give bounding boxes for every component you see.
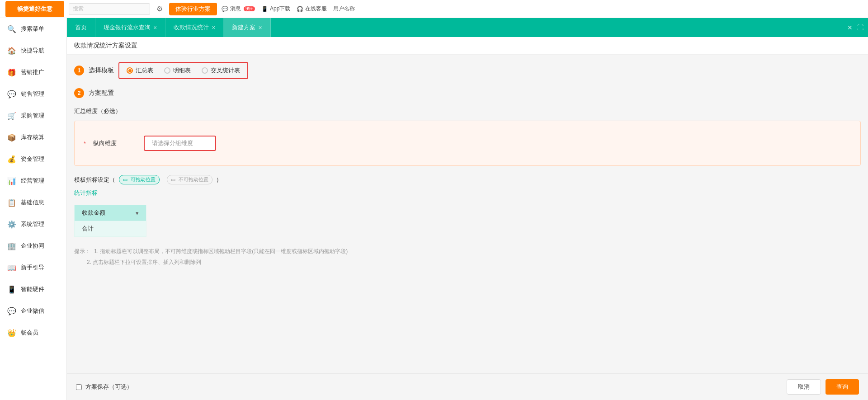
footer-buttons: 取消 查询 <box>787 379 859 395</box>
main-layout: 🔍 搜索菜单 🏠 快捷导航 🎁 营销推广 💬 销售管理 🛒 采购管理 📦 库存核… <box>0 18 868 400</box>
sidebar-item-label: 系统管理 <box>21 220 44 228</box>
radio-detail-label: 明细表 <box>173 66 191 75</box>
finance-icon: 💰 <box>7 155 16 164</box>
sales-icon: 💬 <box>7 89 16 99</box>
sidebar-item-label: 采购管理 <box>21 112 44 120</box>
sidebar-item-label: 搜索菜单 <box>21 25 44 33</box>
tab-new-plan-close[interactable]: × <box>258 24 262 31</box>
sidebar-item-wechat[interactable]: 💬 企业微信 <box>0 300 66 322</box>
page-content: 收款情况统计方案设置 1 选择模板 汇总表 <box>67 37 868 373</box>
tab-collection-stats[interactable]: 收款情况统计 × <box>165 18 224 37</box>
hardware-icon: 📱 <box>7 285 16 294</box>
save-checkbox-input[interactable] <box>76 384 82 390</box>
tip-text-1: 1. 拖动标题栏可以调整布局，不可跨维度或指标区域拖动栏目字段(只能在同一维度或… <box>94 246 348 257</box>
tab-bar: 首页 现金银行流水查询 × 收款情况统计 × 新建方案 × ✕ ⛶ <box>67 18 868 37</box>
tab-bank-flow[interactable]: 现金银行流水查询 × <box>95 18 165 37</box>
sidebar-item-inventory[interactable]: 📦 库存核算 <box>0 127 66 148</box>
tab-home[interactable]: 首页 <box>67 18 95 37</box>
radio-cross-label: 交叉统计表 <box>211 66 240 75</box>
config-section: 汇总维度（必选） * 纵向维度 —— 请选择分组维度 <box>74 107 861 268</box>
cancel-button[interactable]: 取消 <box>787 379 821 395</box>
tab-close-btn[interactable]: ✕ <box>847 24 853 31</box>
wechat-icon: 💬 <box>7 306 16 315</box>
step2-number: 2 <box>74 88 84 98</box>
sidebar-item-label: 基础信息 <box>21 198 44 207</box>
dimension-row: * 纵向维度 —— 请选择分组维度 <box>84 136 216 151</box>
sidebar-item-hardware[interactable]: 📱 智能硬件 <box>0 278 66 300</box>
service-icon: 🎧 <box>297 6 303 12</box>
download-item[interactable]: 📱 App下载 <box>261 5 290 13</box>
search-menu-icon: 🔍 <box>7 24 16 33</box>
step2-section: 2 方案配置 汇总维度（必选） * 纵向维度 —— <box>74 88 861 268</box>
footer: 方案保存（可选） 取消 查询 <box>67 373 868 400</box>
operations-icon: 📊 <box>7 176 16 185</box>
dimension-select[interactable]: 请选择分组维度 <box>144 136 216 151</box>
search-box[interactable]: 搜索 <box>69 3 150 15</box>
dimension-area: * 纵向维度 —— 请选择分组维度 <box>74 121 861 166</box>
stat-table-header[interactable]: 收款金额 ▾ <box>75 205 146 221</box>
download-icon: 📱 <box>261 6 268 12</box>
base-info-icon: 📋 <box>7 198 16 207</box>
non-draggable-badge: ▭ 不可拖动位置 <box>167 175 212 184</box>
member-icon: 👑 <box>7 328 16 337</box>
sidebar-item-label: 新手引导 <box>21 264 44 272</box>
radio-detail[interactable]: 明细表 <box>164 66 191 75</box>
step2-header: 2 方案配置 <box>74 88 861 98</box>
dropdown-icon[interactable]: ▾ <box>136 210 139 216</box>
sidebar-item-label: 企业微信 <box>21 307 44 315</box>
sidebar-item-operations[interactable]: 📊 经营管理 <box>0 170 66 192</box>
tip-prefix: 提示： <box>74 246 90 257</box>
sidebar-item-label: 企业协同 <box>21 242 44 250</box>
tab-expand-btn[interactable]: ⛶ <box>857 24 863 31</box>
collab-icon: 🏢 <box>7 241 16 250</box>
tab-bank-flow-label: 现金银行流水查询 <box>104 24 151 32</box>
tab-bank-flow-close[interactable]: × <box>153 24 157 31</box>
tab-collection-stats-close[interactable]: × <box>212 24 215 31</box>
search-placeholder: 搜索 <box>73 5 84 13</box>
stat-col-label: 收款金额 <box>82 209 105 217</box>
sidebar-item-guide[interactable]: 📖 新手引导 <box>0 257 66 278</box>
tab-new-plan[interactable]: 新建方案 × <box>224 18 270 37</box>
sidebar-item-system[interactable]: ⚙️ 系统管理 <box>0 213 66 235</box>
step1-section: 1 选择模板 汇总表 明细表 <box>74 62 861 79</box>
stat-table: 收款金额 ▾ 合计 <box>74 205 146 237</box>
guide-icon: 📖 <box>7 263 16 272</box>
notification-icon: 💬 <box>222 6 228 12</box>
step2-title: 方案配置 <box>89 89 114 97</box>
settings-icon[interactable]: ⚙ <box>155 4 165 14</box>
sidebar-item-base-info[interactable]: 📋 基础信息 <box>0 192 66 213</box>
dimension-placeholder: 请选择分组维度 <box>152 140 193 146</box>
service-item[interactable]: 🎧 在线客服 <box>297 5 327 13</box>
download-label: App下载 <box>270 5 290 13</box>
tip-text-2: 2. 点击标题栏下拉可设置排序、插入列和删除列 <box>87 257 201 268</box>
page-title: 收款情况统计方案设置 <box>67 37 868 55</box>
radio-summary[interactable]: 汇总表 <box>127 66 153 75</box>
sidebar-item-member[interactable]: 👑 畅会员 <box>0 322 66 344</box>
radio-detail-circle <box>164 67 170 74</box>
sidebar-item-quick-nav[interactable]: 🏠 快捷导航 <box>0 40 66 61</box>
inventory-icon: 📦 <box>7 133 16 142</box>
marketing-icon: 🎁 <box>7 68 16 77</box>
stat-table-row: 合计 <box>75 221 146 236</box>
user-info[interactable]: 用户名称 <box>333 5 355 13</box>
notification-item[interactable]: 💬 消息 99+ <box>222 5 255 13</box>
vertical-axis-label: 纵向维度 <box>93 139 117 147</box>
notification-label: 消息 <box>230 5 241 13</box>
query-button[interactable]: 查询 <box>826 379 859 395</box>
step1-title: 选择模板 <box>89 66 114 75</box>
app-logo: 畅捷通好生意 <box>5 1 64 17</box>
sidebar-item-label: 智能硬件 <box>21 285 44 293</box>
sidebar-item-purchase[interactable]: 🛒 采购管理 <box>0 105 66 127</box>
sidebar-item-label: 营销推广 <box>21 68 44 76</box>
sidebar-item-marketing[interactable]: 🎁 营销推广 <box>0 61 66 83</box>
sidebar-item-collab[interactable]: 🏢 企业协同 <box>0 235 66 257</box>
sidebar-item-search-menu[interactable]: 🔍 搜索菜单 <box>0 18 66 40</box>
sidebar-item-finance[interactable]: 💰 资金管理 <box>0 148 66 170</box>
radio-cross-circle <box>202 67 208 74</box>
radio-summary-label: 汇总表 <box>136 66 153 75</box>
save-checkbox[interactable]: 方案保存（可选） <box>76 383 132 391</box>
radio-cross[interactable]: 交叉统计表 <box>202 66 240 75</box>
trial-button[interactable]: 体验行业方案 <box>169 3 217 15</box>
save-label: 方案保存（可选） <box>85 383 132 391</box>
sidebar-item-sales[interactable]: 💬 销售管理 <box>0 83 66 105</box>
